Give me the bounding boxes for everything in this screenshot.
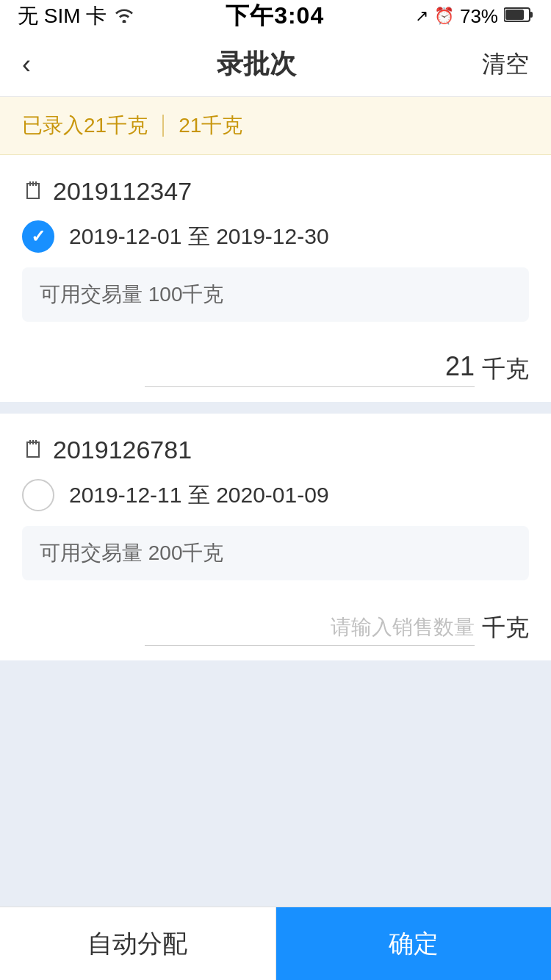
batch-date-1: 2019-12-01 至 2019-12-30 (69, 222, 329, 252)
doc-icon-1: 🗒 (22, 178, 46, 205)
batch-date-2: 2019-12-11 至 2020-01-09 (69, 480, 329, 511)
batch-number-2: 2019126781 (53, 436, 192, 464)
battery-text: 73% (460, 5, 498, 28)
batch-input-row-1: 千克 (0, 336, 551, 402)
batch-available-qty-1: 可用交易量 100千克 (22, 267, 529, 322)
status-bar: 无 SIM 卡 下午3:04 ↗ ⏰ 73% (0, 0, 551, 32)
batch-header-2: 🗒 2019126781 (0, 414, 551, 472)
auto-distribute-button[interactable]: 自动分配 (0, 907, 276, 980)
recorded-label: 已录入21千克 (22, 112, 148, 140)
status-left: 无 SIM 卡 (18, 2, 134, 30)
alarm-icon: ⏰ (434, 7, 454, 26)
status-time: 下午3:04 (226, 0, 324, 32)
status-right: ↗ ⏰ 73% (415, 5, 533, 28)
batch-available-qty-2: 可用交易量 200千克 (22, 526, 529, 580)
unit-label-1: 千克 (482, 353, 529, 386)
info-banner: 已录入21千克 21千克 (0, 97, 551, 155)
banner-divider (162, 115, 164, 137)
doc-icon-2: 🗒 (22, 436, 46, 464)
bottom-actions: 自动分配 确定 (0, 907, 551, 980)
svg-rect-2 (505, 10, 524, 20)
batch-header-1: 🗒 2019112347 (0, 155, 551, 213)
unit-label-2: 千克 (482, 612, 529, 644)
wifi-icon (114, 4, 134, 28)
quantity-input-1[interactable] (145, 351, 475, 387)
nav-bar: ‹ 录批次 清空 (0, 32, 551, 97)
page-content: 🗒 2019112347 2019-12-01 至 2019-12-30 可用交… (0, 155, 551, 980)
quantity-input-2[interactable] (145, 610, 475, 646)
carrier-text: 无 SIM 卡 (18, 2, 107, 30)
batch-date-row-1: 2019-12-01 至 2019-12-30 (0, 213, 551, 260)
batch-card-2: 🗒 2019126781 2019-12-11 至 2020-01-09 可用交… (0, 414, 551, 660)
section-separator-1 (0, 402, 551, 414)
batch-date-row-2: 2019-12-11 至 2020-01-09 (0, 472, 551, 519)
clear-button[interactable]: 清空 (482, 48, 529, 81)
confirm-button[interactable]: 确定 (276, 907, 552, 980)
batch-checkbox-2[interactable] (22, 479, 54, 511)
svg-rect-1 (530, 12, 533, 18)
page-title: 录批次 (217, 46, 296, 82)
total-label: 21千克 (179, 112, 242, 140)
batch-input-row-2: 千克 (0, 595, 551, 660)
batch-number-1: 2019112347 (53, 177, 192, 206)
batch-card-1: 🗒 2019112347 2019-12-01 至 2019-12-30 可用交… (0, 155, 551, 402)
back-button[interactable]: ‹ (22, 49, 31, 80)
battery-icon (504, 5, 533, 28)
location-icon: ↗ (415, 7, 428, 26)
batch-checkbox-1[interactable] (22, 220, 54, 253)
